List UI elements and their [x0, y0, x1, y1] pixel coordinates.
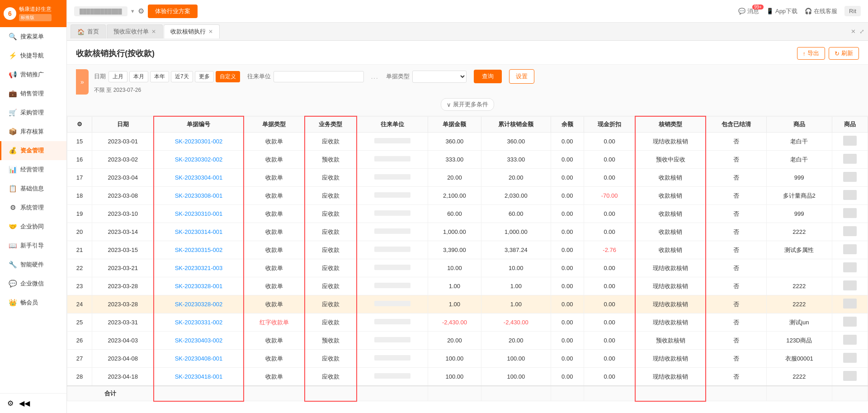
col-discount-header[interactable]: 现金折扣 [584, 116, 635, 133]
cell-doc-type: 收款单 [244, 187, 305, 205]
cell-core-type: 收款核销 [635, 223, 705, 241]
sidebar-label-3: 销售管理 [20, 90, 44, 98]
tab-receivable[interactable]: 预收应收付单 ✕ [107, 24, 163, 38]
cell-balance: 0.00 [551, 241, 584, 259]
sidebar-item-企业微信[interactable]: 💬企业微信 [0, 274, 66, 293]
sidebar-item-系统管理[interactable]: ⚙系统管理 [0, 198, 66, 217]
doc-type-select[interactable] [412, 71, 467, 83]
doc-number-link[interactable]: SK-20230304-001 [175, 174, 223, 181]
doc-number-link[interactable]: SK-20230308-001 [175, 192, 223, 199]
cell-amount: 3,390.00 [428, 241, 481, 259]
sidebar-item-搜索菜单[interactable]: 🔍搜索菜单 [0, 27, 66, 46]
footer-discount [584, 386, 635, 401]
cell-no: 28 [67, 368, 92, 386]
sidebar-item-企业协同[interactable]: 🤝企业协同 [0, 217, 66, 236]
col-core-type-header[interactable]: 核销类型 [635, 116, 705, 133]
chevron-down-icon: ∨ [447, 101, 451, 108]
user-avatar[interactable]: Rit [844, 6, 861, 16]
sidebar-item-基础信息[interactable]: 📋基础信息 [0, 179, 66, 198]
doc-number-link[interactable]: SK-20230403-002 [175, 337, 223, 344]
cell-biz-type: 应收款 [305, 368, 357, 386]
sidebar-icon-4: 🛒 [9, 109, 17, 117]
doc-number-link[interactable]: SK-20230321-003 [175, 265, 223, 271]
tab-write-off-close[interactable]: ✕ [208, 28, 213, 35]
more-btn[interactable]: 更多 [195, 71, 214, 82]
doc-number-link[interactable]: SK-20230310-001 [175, 210, 223, 217]
sidebar-item-库存核算[interactable]: 📦库存核算 [0, 122, 66, 141]
col-amount-header[interactable]: 单据金额 [428, 116, 481, 133]
cell-counterpart [357, 368, 428, 386]
settings-button[interactable]: 设置 [509, 69, 534, 84]
doc-number-link[interactable]: SK-20230408-001 [175, 355, 223, 362]
sidebar-item-快捷导航[interactable]: ⚡快捷导航 [0, 46, 66, 65]
settings-bottom-icon[interactable]: ⚙ [7, 399, 14, 408]
filter-doc-type: 单据类型 [386, 71, 467, 83]
cell-date: 2023-03-21 [92, 259, 154, 277]
col-date-header[interactable]: 日期 [92, 116, 154, 133]
app-download-btn[interactable]: 📱 App下载 [766, 7, 797, 15]
col-settings-header[interactable]: ⚙ [67, 116, 92, 133]
doc-number-link[interactable]: SK-20230302-002 [175, 156, 223, 163]
col-include-settled-header[interactable]: 包含已结清 [706, 116, 766, 133]
cell-biz-type: 应收款 [305, 223, 357, 241]
counterpart-input[interactable] [274, 71, 364, 82]
this-year-btn[interactable]: 本年 [150, 71, 169, 82]
doc-number-link[interactable]: SK-20230301-002 [175, 138, 223, 145]
topbar-gear-icon[interactable]: ⚙ [138, 7, 144, 15]
tab-write-off[interactable]: 收款核销执行 ✕ [164, 24, 220, 38]
close-all-icon[interactable]: ✕ [851, 28, 856, 35]
sidebar-item-新手引导[interactable]: 📖新手引导 [0, 236, 66, 255]
col-biz-type-header[interactable]: 业务类型 [305, 116, 357, 133]
sidebar-item-经营管理[interactable]: 📊经营管理 [0, 160, 66, 179]
sidebar-item-采购管理[interactable]: 🛒采购管理 [0, 103, 66, 122]
sidebar-item-资金管理[interactable]: 💰资金管理 [0, 141, 66, 160]
doc-number-link[interactable]: SK-20230328-002 [175, 301, 223, 308]
col-cumulative-header[interactable]: 累计核销金额 [481, 116, 551, 133]
page-header: 收款核销执行(按收款) ↑ 导出 ↻ 刷新 [67, 41, 868, 65]
online-service-btn[interactable]: 🎧 在线客服 [805, 7, 837, 15]
cell-product: 测试jun [766, 313, 832, 332]
doc-number-link[interactable]: SK-20230331-002 [175, 319, 223, 326]
page-actions: ↑ 导出 ↻ 刷新 [797, 47, 859, 60]
cell-cumulative: 60.00 [481, 205, 551, 223]
col-doc-number-header[interactable]: 单据编号 [154, 116, 243, 133]
sidebar-item-智能硬件[interactable]: 🔧智能硬件 [0, 255, 66, 274]
breadcrumb-dropdown-icon[interactable]: ▾ [131, 8, 134, 14]
refresh-button[interactable]: ↻ 刷新 [829, 47, 859, 60]
sidebar-item-销售管理[interactable]: 💼销售管理 [0, 84, 66, 103]
last-7-days-btn[interactable]: 近7天 [171, 71, 193, 82]
solution-button[interactable]: 体验行业方案 [148, 5, 198, 18]
tab-receivable-close[interactable]: ✕ [151, 28, 156, 35]
collapse-icon[interactable]: ◀◀ [19, 399, 30, 408]
doc-number-link[interactable]: SK-20230314-001 [175, 228, 223, 235]
expand-filter-btn[interactable]: ∨ 展开更多条件 [441, 98, 494, 111]
cell-product: 多计量商品2 [766, 187, 832, 205]
col-counterpart-header[interactable]: 往来单位 [357, 116, 428, 133]
cell-doc-number: SK-20230328-002 [154, 295, 243, 313]
col-product-header[interactable]: 商品 [766, 116, 832, 133]
message-badge[interactable]: 💬 消息 99+ [738, 7, 759, 15]
col-product2-header[interactable]: 商品 [832, 116, 868, 133]
query-button[interactable]: 查询 [474, 70, 502, 83]
date-range-text: 不限 至 2023-07-26 [94, 86, 141, 94]
sidebar-item-营销推广[interactable]: 📢营销推广 [0, 65, 66, 84]
doc-number-link[interactable]: SK-20230328-001 [175, 283, 223, 290]
cell-counterpart [357, 169, 428, 187]
doc-number-link[interactable]: SK-20230418-001 [175, 373, 223, 380]
tab-home[interactable]: 🏠 首页 [71, 24, 106, 38]
filter-sidebar-toggle[interactable]: » [76, 69, 89, 95]
cell-cumulative: 1.00 [481, 295, 551, 313]
doc-number-link[interactable]: SK-20230315-002 [175, 247, 223, 253]
col-balance-header[interactable]: 余额 [551, 116, 584, 133]
export-button[interactable]: ↑ 导出 [797, 47, 826, 60]
col-doc-type-header[interactable]: 单据类型 [244, 116, 305, 133]
footer-biztype [305, 386, 357, 401]
this-month-btn[interactable]: 本月 [129, 71, 148, 82]
cell-counterpart [357, 223, 428, 241]
sidebar-label-5: 库存核算 [20, 128, 44, 136]
custom-date-btn[interactable]: 自定义 [216, 71, 240, 82]
maximize-icon[interactable]: ⤢ [859, 28, 864, 35]
last-month-btn[interactable]: 上月 [108, 71, 127, 82]
cell-no: 24 [67, 295, 92, 313]
sidebar-item-畅会员[interactable]: 👑畅会员 [0, 293, 66, 312]
